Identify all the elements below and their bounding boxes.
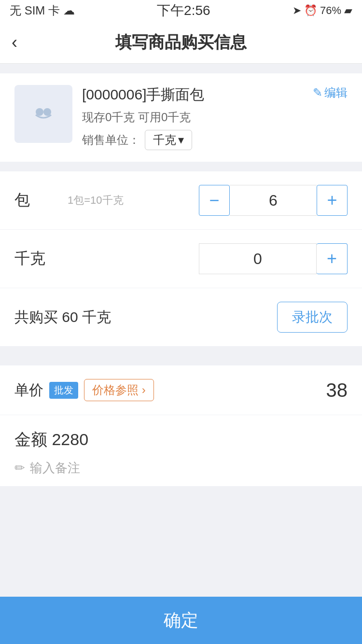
- svg-point-0: [36, 108, 43, 116]
- product-unit-row: 销售单位： 千克 ▾: [82, 130, 348, 150]
- svg-point-1: [43, 108, 51, 116]
- location-icon: ➤: [292, 4, 301, 17]
- kg-input-group: +: [199, 243, 348, 274]
- package-minus-button[interactable]: −: [199, 185, 230, 216]
- edit-icon: ✎: [313, 86, 322, 99]
- package-sublabel: 1包=10千克: [68, 193, 199, 208]
- package-stepper: − +: [199, 185, 348, 216]
- kg-label: 千克: [14, 248, 63, 269]
- total-row: 共购买 60 千克 录批次: [0, 288, 362, 346]
- chevron-down-icon: ▾: [178, 133, 184, 147]
- wholesale-badge: 批发: [49, 382, 78, 399]
- product-name: [0000006]手撕面包: [82, 85, 348, 105]
- price-section: 单价 批发 价格参照 › 38: [0, 365, 362, 415]
- package-input[interactable]: [230, 185, 317, 216]
- status-right: ➤ ⏰ 76% ▰: [292, 4, 352, 17]
- note-row[interactable]: ✏ 输入备注: [14, 460, 348, 476]
- unit-select[interactable]: 千克 ▾: [145, 130, 192, 150]
- status-bar: 无 SIM 卡 ☁ 下午2:56 ➤ ⏰ 76% ▰: [0, 0, 362, 21]
- pencil-icon: ✏: [14, 461, 25, 476]
- total-text: 共购买 60 千克: [14, 308, 111, 327]
- product-thumbnail: [14, 85, 72, 143]
- edit-button[interactable]: ✎ 编辑: [313, 85, 348, 100]
- divider-2: [0, 346, 362, 356]
- product-info: [0000006]手撕面包 现存0千克 可用0千克 销售单位： 千克 ▾: [82, 85, 348, 150]
- product-stock: 现存0千克 可用0千克: [82, 110, 348, 125]
- amount-label: 金额: [14, 430, 47, 448]
- price-label: 单价: [14, 380, 43, 400]
- note-input[interactable]: 输入备注: [30, 460, 80, 476]
- back-button[interactable]: ‹: [12, 32, 17, 53]
- amount-row: 金额 2280: [14, 429, 348, 451]
- battery-icon: ▰: [344, 4, 352, 17]
- sim-signal: 无 SIM 卡 ☁: [10, 3, 75, 18]
- battery-text: 76%: [320, 4, 341, 17]
- price-left: 单价 批发 价格参照 ›: [14, 379, 154, 401]
- package-row: 包 1包=10千克 − +: [0, 171, 362, 230]
- price-value: 38: [326, 379, 348, 401]
- divider-1: [0, 162, 362, 171]
- status-left: 无 SIM 卡 ☁: [10, 3, 75, 18]
- product-logo-icon: [29, 99, 58, 128]
- input-section: 包 1包=10千克 − + 千克 +: [0, 171, 362, 288]
- record-batch-button[interactable]: 录批次: [277, 302, 348, 333]
- status-time: 下午2:56: [157, 1, 210, 20]
- package-plus-button[interactable]: +: [317, 185, 348, 216]
- product-card: [0000006]手撕面包 现存0千克 可用0千克 销售单位： 千克 ▾ ✎ 编…: [0, 73, 362, 162]
- kg-row: 千克 +: [0, 230, 362, 288]
- amount-value: 2280: [52, 430, 88, 448]
- kg-plus-button[interactable]: +: [317, 243, 348, 274]
- package-label: 包: [14, 190, 63, 211]
- alarm-icon: ⏰: [304, 4, 317, 17]
- confirm-button[interactable]: 确定: [0, 597, 362, 644]
- unit-label: 销售单位：: [82, 132, 140, 148]
- amount-section: 金额 2280 ✏ 输入备注: [0, 415, 362, 486]
- kg-input[interactable]: [199, 243, 317, 274]
- page-title: 填写商品购买信息: [115, 31, 247, 54]
- nav-bar: ‹ 填写商品购买信息: [0, 21, 362, 64]
- price-reference-button[interactable]: 价格参照 ›: [84, 379, 154, 401]
